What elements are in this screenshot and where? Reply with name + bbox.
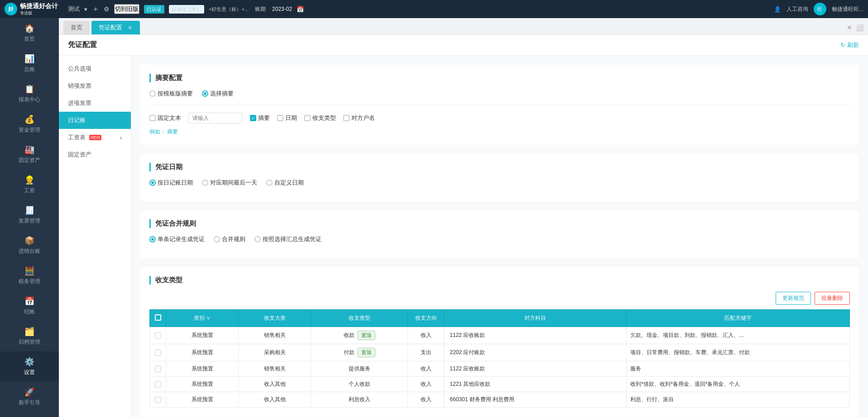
settings-icon[interactable]: ⚙ bbox=[104, 5, 110, 13]
consult-label[interactable]: 人工咨询 bbox=[786, 5, 808, 13]
home-icon: 🏠 bbox=[24, 24, 34, 33]
sidebar-item-assets[interactable]: 🏭 固定资产 bbox=[0, 139, 59, 170]
guide-icon: 🚀 bbox=[24, 387, 34, 397]
summary-radio-group: 按模板版摘要 选择摘要 bbox=[149, 90, 850, 98]
checkbox-fixed-text[interactable]: 固定文本 bbox=[149, 114, 181, 122]
radio-single-record[interactable]: 单条记录生成凭证 bbox=[149, 235, 205, 243]
nav-item-payroll[interactable]: 工资表 NEW › bbox=[59, 129, 131, 146]
row2-direction: 支出 bbox=[408, 344, 444, 361]
dropdown-arrow-icon[interactable]: ▾ bbox=[84, 6, 87, 13]
sidebar-item-funds[interactable]: 💰 资金管理 bbox=[0, 109, 59, 139]
radio-merge-rule[interactable]: 合并规则 bbox=[214, 235, 245, 243]
nav-item-journal[interactable]: 日记账 bbox=[59, 112, 131, 129]
row4-keywords: 收到*借款、收到*备用金、退回*备用金、个人 bbox=[627, 377, 850, 392]
sidebar-item-close[interactable]: 📅 结账 bbox=[0, 291, 59, 321]
sidebar-item-archive[interactable]: 🗂️ 归档管理 bbox=[0, 321, 59, 351]
calendar-icon[interactable]: 📅 bbox=[297, 6, 304, 13]
nav-item-sales-invoice[interactable]: 销项发票 bbox=[59, 77, 131, 95]
select-all-checkbox[interactable] bbox=[155, 314, 161, 321]
user-avatar[interactable]: 旺 bbox=[814, 3, 826, 15]
sidebar-item-tax[interactable]: 🧮 税务管理 bbox=[0, 261, 59, 291]
radio-circle-journal bbox=[149, 180, 156, 186]
main-content: 摘要配置 按模板版摘要 选择摘要 bbox=[131, 56, 868, 417]
sidebar-label-archive: 归档管理 bbox=[19, 338, 40, 346]
sales-icon: 📦 bbox=[24, 236, 34, 246]
radio-template-summary[interactable]: 按模板版摘要 bbox=[149, 90, 193, 98]
window-maximize-icon[interactable]: ⬜ bbox=[856, 24, 863, 31]
row4-type: 个人收款 bbox=[311, 377, 408, 392]
window-close-icon[interactable]: ✕ bbox=[847, 24, 852, 31]
salary-icon: 👷 bbox=[24, 175, 34, 185]
checkbox-date[interactable]: 日期 bbox=[277, 114, 297, 122]
nav-item-fixed-assets[interactable]: 固定资产 bbox=[59, 146, 131, 163]
sidebar-item-ledger[interactable]: 📊 总账 bbox=[0, 48, 59, 79]
nav-item-public[interactable]: 公共选项 bbox=[59, 60, 131, 77]
page-title: 凭证配置 bbox=[68, 40, 97, 50]
row3-category: 系统预置 bbox=[166, 361, 239, 377]
table-row: 系统预置 销售相关 提供服务 收入 1122 应收账款 服务 bbox=[150, 361, 850, 377]
checkbox-income-type[interactable]: 收支类型 bbox=[304, 114, 336, 122]
sidebar-label-close: 结账 bbox=[24, 308, 35, 316]
tab-voucher-config[interactable]: 凭证配置 ✕ bbox=[91, 21, 140, 34]
sidebar-item-guide[interactable]: 🚀 新手引导 bbox=[0, 382, 59, 412]
row4-checkbox[interactable] bbox=[150, 377, 166, 392]
row5-checkbox[interactable] bbox=[150, 392, 166, 408]
col-major: 收支大类 bbox=[239, 310, 311, 327]
fixed-text-input[interactable] bbox=[188, 113, 243, 123]
sidebar-label-salary: 工资 bbox=[24, 187, 35, 194]
update-button[interactable]: 更新规范 bbox=[776, 292, 811, 305]
sidebar-label-settings: 设置 bbox=[24, 369, 35, 376]
add-icon[interactable]: ＋ bbox=[92, 5, 99, 14]
switch-version-button[interactable]: 切到旧版 bbox=[114, 4, 139, 14]
row3-keywords: 服务 bbox=[627, 361, 850, 377]
top-header: 好 畅捷通好会计 专业版 测试 ▾ ＋ ⚙ 切到旧版 已认证 好会计（专） +好… bbox=[0, 0, 868, 18]
sidebar-item-member[interactable]: 👑 畅会员 bbox=[0, 412, 59, 417]
radio-journal-date[interactable]: 按日记账日期 bbox=[149, 179, 193, 187]
col-checkbox[interactable] bbox=[150, 310, 166, 327]
tab-close-icon[interactable]: ✕ bbox=[128, 24, 133, 31]
logo-text-group: 畅捷通好会计 专业版 bbox=[20, 2, 58, 16]
table-row: 系统预置 销售相关 收款 置顶 收入 112 bbox=[150, 327, 850, 344]
refresh-button[interactable]: ↻ 刷新 bbox=[840, 41, 859, 49]
row3-checkbox[interactable] bbox=[150, 361, 166, 377]
summary-config-title: 摘要配置 bbox=[149, 74, 850, 82]
row1-direction: 收入 bbox=[408, 327, 444, 344]
new-badge: NEW bbox=[89, 135, 101, 140]
merge-rules-section: 凭证合并规则 单条记录生成凭证 合并规则 按照选择汇总生成凭证 bbox=[140, 210, 859, 258]
nav-item-purchase-invoice[interactable]: 进项发票 bbox=[59, 95, 131, 112]
row2-top-badge[interactable]: 置顶 bbox=[357, 348, 375, 357]
settings-gear-icon: ⚙️ bbox=[24, 357, 34, 367]
voucher-date-section: 凭证日期 按日记账日期 对应期间最后一天 自定义日期 bbox=[140, 154, 859, 201]
status-certified-tag: 已认证 bbox=[144, 5, 164, 14]
row4-major: 收入其他 bbox=[239, 377, 311, 392]
sidebar-item-reports[interactable]: 📋 报表中心 bbox=[0, 79, 59, 109]
sidebar-item-settings[interactable]: ⚙️ 设置 bbox=[0, 351, 59, 382]
radio-circle-select bbox=[202, 90, 208, 97]
row1-checkbox[interactable] bbox=[150, 327, 166, 344]
radio-custom-date[interactable]: 自定义日期 bbox=[266, 179, 304, 187]
sidebar-item-invoice[interactable]: 🧾 发票管理 bbox=[0, 200, 59, 230]
archive-icon: 🗂️ bbox=[24, 327, 34, 336]
row3-type: 提供服务 bbox=[311, 361, 408, 377]
period-label: 账期 bbox=[255, 5, 266, 13]
row5-direction: 收入 bbox=[408, 392, 444, 408]
checkbox-box-summary bbox=[250, 115, 256, 121]
row3-direction: 收入 bbox=[408, 361, 444, 377]
radio-select-summary[interactable]: 选择摘要 bbox=[202, 90, 234, 98]
table-row: 系统预置 收入其他 个人收款 收入 1221 其他应收款 收到*借款、收到*备用… bbox=[150, 377, 850, 392]
checkbox-counterpart[interactable]: 对方户名 bbox=[343, 114, 375, 122]
tab-home[interactable]: 首页 bbox=[63, 21, 90, 34]
product-tag1: 好会计（专） bbox=[169, 5, 204, 14]
batch-delete-button[interactable]: 批量删除 bbox=[815, 292, 850, 305]
sidebar-label-ledger: 总账 bbox=[24, 66, 35, 73]
checkbox-summary[interactable]: 摘要 bbox=[250, 114, 270, 122]
row1-top-badge[interactable]: 置顶 bbox=[357, 331, 375, 340]
radio-summary-gen[interactable]: 按照选择汇总生成凭证 bbox=[254, 235, 321, 243]
reports-icon: 📋 bbox=[24, 84, 34, 94]
sidebar-item-home[interactable]: 🏠 首页 bbox=[0, 18, 59, 48]
radio-period-last[interactable]: 对应期间最后一天 bbox=[202, 179, 257, 187]
sidebar-item-sales[interactable]: 📦 进销台账 bbox=[0, 230, 59, 261]
sidebar-item-salary[interactable]: 👷 工资 bbox=[0, 170, 59, 200]
row2-checkbox[interactable] bbox=[150, 344, 166, 361]
window-controls: ✕ ⬜ bbox=[847, 24, 863, 31]
